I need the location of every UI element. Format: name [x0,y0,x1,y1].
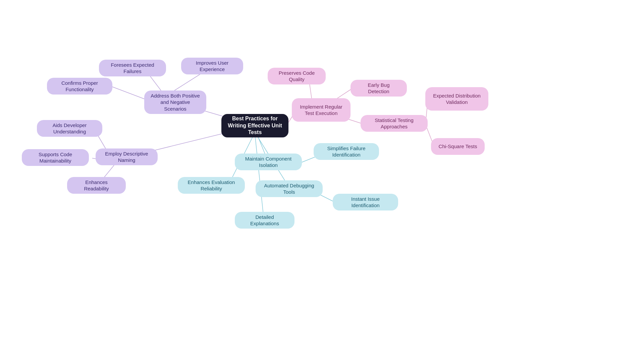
maintain-iso-node: Maintain Component Isolation [235,154,302,170]
employ-node: Employ Descriptive Naming [96,148,158,165]
expected-dist-node: Expected Distribution Validation [425,87,488,111]
address-both-node: Address Both Positive and Negative Scena… [144,90,206,114]
stat-test-node: Statistical Testing Approaches [361,115,428,132]
aids-node: Aids Developer Understanding [37,120,102,137]
center-node: Best Practices for Writing Effective Uni… [221,114,288,137]
foresees-node: Foresees Expected Failures [99,60,166,76]
svg-line-13 [255,134,264,221]
svg-line-3 [112,87,144,99]
instant-issue-node: Instant Issue Identification [333,194,398,210]
preserves-node: Preserves Code Quality [268,68,326,84]
improves-node: Improves User Experience [181,58,243,74]
early-bug-node: Early Bug Detection [351,80,407,97]
confirms-node: Confirms Proper Functionality [47,78,112,95]
detailed-exp-node: Detailed Explanations [235,212,294,229]
enhances-eval-node: Enhances Evaluation Reliability [178,177,245,194]
enhances-read-node: Enhances Readability [67,177,126,194]
automated-debug-node: Automated Debugging Tools [256,180,323,197]
implement-reg-node: Implement Regular Test Execution [292,98,351,122]
chi-square-node: Chi-Square Tests [431,138,485,155]
supports-node: Supports Code Maintainability [22,149,89,166]
simplifies-fail-node: Simplifies Failure Identification [314,143,379,160]
